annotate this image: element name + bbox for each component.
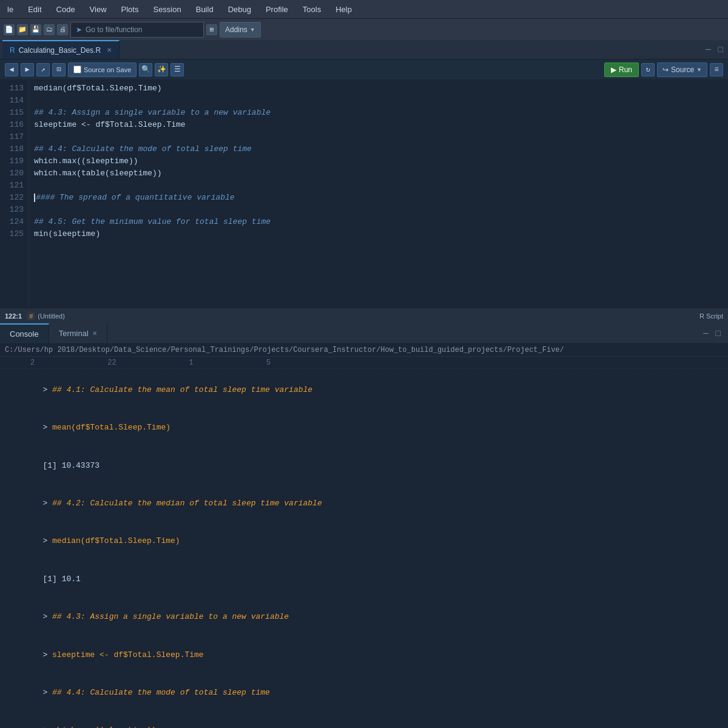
console-line-5: > median(df$Total.Sleep.Time) bbox=[5, 523, 723, 561]
console-line-8: > sleeptime <- df$Total.Sleep.Time bbox=[5, 636, 723, 674]
source-button[interactable]: ↪ Source ▼ bbox=[657, 62, 707, 77]
menu-tools[interactable]: Tools bbox=[300, 4, 323, 15]
status-left: 122:1 # (Untitled) bbox=[5, 312, 65, 320]
more-options-icon[interactable]: ≡ bbox=[710, 63, 723, 76]
console-line-3: [1] 10.43373 bbox=[5, 447, 723, 485]
line-num-116: 116 bbox=[5, 119, 24, 131]
ruler-mark-4: 5 bbox=[266, 359, 271, 367]
menu-edit[interactable]: Edit bbox=[25, 4, 44, 15]
line-num-122: 122 bbox=[5, 192, 24, 204]
search-icon[interactable]: 🔍 bbox=[139, 63, 152, 76]
code-container: 113 114 115 116 117 118 119 120 121 122 … bbox=[0, 80, 728, 308]
console-tab-console[interactable]: Console bbox=[0, 323, 49, 343]
code-line-118: ## 4.4: Calculate the mode of total slee… bbox=[34, 143, 723, 155]
grid-icon[interactable]: ⊞ bbox=[206, 24, 217, 35]
magic-wand-icon[interactable]: ✨ bbox=[155, 63, 168, 76]
status-section-label: (Untitled) bbox=[38, 312, 65, 320]
menu-profile[interactable]: Profile bbox=[263, 4, 291, 15]
line-num-119: 119 bbox=[5, 155, 24, 167]
main-toolbar: 📄 📁 💾 🗂 🖨 ➤ Go to file/function ⊞ Addins… bbox=[0, 18, 728, 40]
save-all-icon[interactable]: 🗂 bbox=[44, 24, 55, 35]
menu-build[interactable]: Build bbox=[194, 4, 216, 15]
terminal-tab-label: Terminal bbox=[59, 329, 89, 338]
editor-tab-label: Calculating_Basic_Des.R bbox=[19, 46, 101, 55]
save-icon[interactable]: 💾 bbox=[30, 24, 41, 35]
console-maximize-icon[interactable]: □ bbox=[713, 328, 723, 340]
code-line-115: ## 4.3: Assign a single variable to a ne… bbox=[34, 107, 723, 119]
run-button[interactable]: ▶ Run bbox=[604, 62, 639, 77]
editor-tab-calculating[interactable]: R Calculating_Basic_Des.R ✕ bbox=[2, 40, 120, 59]
cursor-position: 122:1 bbox=[5, 312, 22, 320]
line-num-115: 115 bbox=[5, 107, 24, 119]
ruler-mark-1: 2 bbox=[30, 359, 35, 367]
console-tab-terminal[interactable]: Terminal ✕ bbox=[49, 323, 107, 343]
addins-button[interactable]: Addins ▼ bbox=[220, 22, 261, 38]
status-hash-icon: # bbox=[27, 312, 35, 320]
forward-icon[interactable]: ▶ bbox=[21, 63, 34, 76]
tab-close-icon[interactable]: ✕ bbox=[107, 47, 112, 53]
source-on-save-label: Source on Save bbox=[84, 66, 131, 73]
goto-field[interactable]: ➤ Go to file/function bbox=[70, 22, 204, 38]
print-icon[interactable]: 🖨 bbox=[57, 24, 68, 35]
code-line-125: min(sleeptime) bbox=[34, 228, 723, 240]
terminal-tab-close-icon[interactable]: ✕ bbox=[92, 330, 97, 337]
code-line-116: sleeptime <- df$Total.Sleep.Time bbox=[34, 119, 723, 131]
console-path: C:/Users/hp 2018/Desktop/Data_Science/Pe… bbox=[0, 344, 728, 357]
open-file-icon[interactable]: 📁 bbox=[17, 24, 28, 35]
code-line-121 bbox=[34, 180, 723, 192]
line-num-118: 118 bbox=[5, 143, 24, 155]
code-line-123 bbox=[34, 204, 723, 216]
code-line-120: which.max(table(sleeptime)) bbox=[34, 167, 723, 180]
source-dropdown-icon: ▼ bbox=[696, 67, 702, 73]
console-line-2: > mean(df$Total.Sleep.Time) bbox=[5, 409, 723, 447]
tab-controls-right: ─ □ bbox=[703, 44, 726, 56]
line-numbers: 113 114 115 116 117 118 119 120 121 122 … bbox=[0, 80, 29, 308]
addins-dropdown-icon: ▼ bbox=[250, 27, 255, 33]
source-on-save-checkbox[interactable] bbox=[73, 66, 81, 73]
console-line-9: > ## 4.4: Calculate the mode of total sl… bbox=[5, 674, 723, 712]
maximize-icon[interactable]: □ bbox=[716, 44, 726, 56]
show-in-new-window-icon[interactable]: ⊡ bbox=[52, 63, 66, 76]
list-icon[interactable]: ☰ bbox=[170, 63, 184, 76]
console-line-1: > ## 4.1: Calculate the mean of total sl… bbox=[5, 371, 723, 409]
console-line-4: > ## 4.2: Calculate the median of total … bbox=[5, 485, 723, 522]
console-tab-controls: ─ □ bbox=[696, 328, 728, 340]
minimize-icon[interactable]: ─ bbox=[703, 44, 713, 56]
ruler-mark-3: 1 bbox=[189, 359, 194, 367]
menu-code[interactable]: Code bbox=[54, 4, 78, 15]
console-line-6: [1] 10.1 bbox=[5, 561, 723, 598]
menu-session[interactable]: Session bbox=[150, 4, 183, 15]
go-to-file-icon[interactable]: ↗ bbox=[36, 63, 50, 76]
run-icon: ▶ bbox=[611, 66, 616, 74]
code-lines[interactable]: median(df$Total.Sleep.Time) ## 4.3: Assi… bbox=[29, 80, 728, 308]
code-line-122: #### The spread of a quantitative variab… bbox=[34, 192, 723, 204]
line-num-125: 125 bbox=[5, 228, 24, 240]
console-line-10: > which.max((sleeptime)) bbox=[5, 712, 723, 728]
source-arrow-icon: ↪ bbox=[662, 66, 669, 74]
console-tabs: Console Terminal ✕ ─ □ bbox=[0, 323, 728, 344]
rerun-icon[interactable]: ↻ bbox=[641, 63, 655, 76]
menu-help[interactable]: Help bbox=[333, 4, 354, 15]
r-file-icon: R bbox=[10, 46, 15, 55]
console-tab-label: Console bbox=[10, 329, 39, 339]
goto-arrow-icon: ➤ bbox=[76, 25, 82, 34]
editor-area: 113 114 115 116 117 118 119 120 121 122 … bbox=[0, 80, 728, 308]
line-num-120: 120 bbox=[5, 167, 24, 180]
console-panel: Console Terminal ✕ ─ □ C:/Users/hp 2018/… bbox=[0, 323, 728, 728]
menu-plots[interactable]: Plots bbox=[119, 4, 141, 15]
line-num-114: 114 bbox=[5, 95, 24, 107]
new-file-icon[interactable]: 📄 bbox=[4, 24, 15, 35]
menu-view[interactable]: View bbox=[87, 4, 109, 15]
code-line-124: ## 4.5: Get the minimum value for total … bbox=[34, 216, 723, 228]
menu-debug[interactable]: Debug bbox=[226, 4, 254, 15]
console-ruler: 2 22 1 5 bbox=[0, 357, 728, 369]
goto-placeholder: Go to file/function bbox=[86, 25, 142, 34]
console-lines[interactable]: > ## 4.1: Calculate the mean of total sl… bbox=[0, 369, 728, 728]
source-on-save-toggle[interactable]: Source on Save bbox=[68, 62, 136, 77]
line-num-124: 124 bbox=[5, 216, 24, 228]
code-line-114 bbox=[34, 95, 723, 107]
status-bar: 122:1 # (Untitled) R Script bbox=[0, 308, 728, 323]
back-icon[interactable]: ◀ bbox=[5, 63, 18, 76]
console-minimize-icon[interactable]: ─ bbox=[701, 328, 710, 340]
menu-file[interactable]: le bbox=[5, 4, 16, 15]
